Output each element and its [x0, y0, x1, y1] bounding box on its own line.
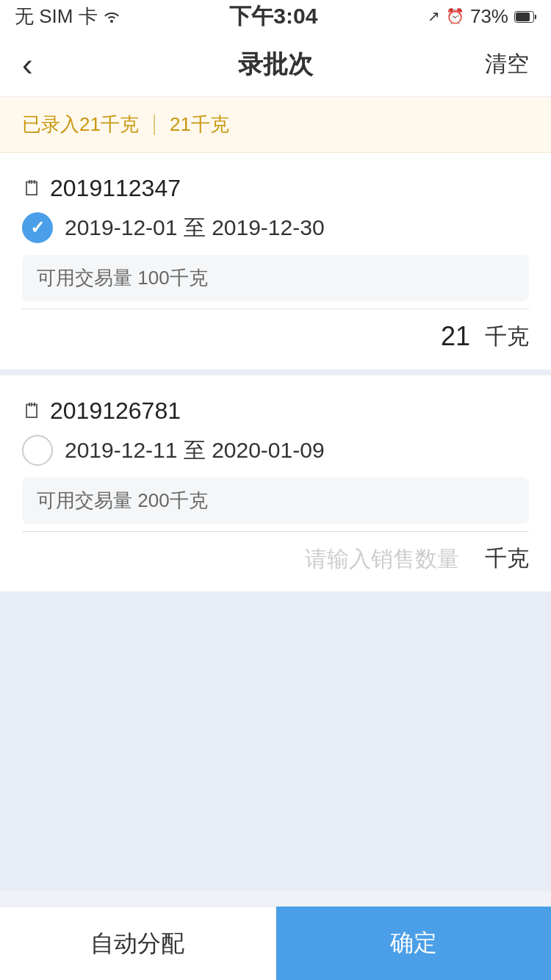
batch-1-quantity-display: 21 千克 [22, 321, 529, 352]
batch-2-input-wrapper: 千克 [0, 524, 551, 597]
batch-1-id: 2019112347 [50, 175, 181, 202]
svg-rect-1 [516, 12, 530, 21]
batch-1-available: 可用交易量 100千克 [22, 255, 529, 301]
empty-area [0, 597, 551, 891]
batch-2-date-row[interactable]: 2019-12-11 至 2020-01-09 [22, 435, 529, 466]
alarm-icon: ⏰ [446, 7, 464, 25]
page-title: 录批次 [238, 48, 313, 82]
confirm-button[interactable]: 确定 [276, 907, 552, 980]
info-banner: 已录入21千克 21千克 [0, 97, 551, 153]
batch-1-date: 2019-12-01 至 2019-12-30 [65, 213, 325, 243]
batch-2-input-display: 千克 [22, 544, 529, 574]
recorded-label: 已录入21千克 [22, 112, 139, 137]
batch-1-date-row[interactable]: 2019-12-01 至 2019-12-30 [22, 212, 529, 243]
quantity-line-1 [22, 309, 529, 309]
back-button[interactable]: ‹ [22, 46, 66, 83]
clear-button[interactable]: 清空 [485, 49, 529, 79]
battery-text: 73% [470, 5, 508, 28]
banner-divider [154, 115, 155, 135]
auto-distribute-button[interactable]: 自动分配 [0, 907, 276, 980]
no-sim-text: 无 SIM 卡 [15, 4, 98, 29]
batch-1-radio[interactable] [22, 212, 53, 243]
batch-1-header: 🗒 2019112347 [22, 175, 529, 202]
batch-2-quantity-input[interactable] [235, 547, 470, 572]
document-icon-1: 🗒 [22, 176, 43, 201]
batch-2-unit: 千克 [485, 544, 529, 574]
status-right: ↗ ⏰ 73% [428, 5, 536, 28]
batch-1-quantity-value: 21 [441, 321, 470, 352]
input-line-2 [22, 531, 529, 532]
status-time: 下午3:04 [229, 1, 317, 32]
batch-item-2: 🗒 2019126781 2019-12-11 至 2020-01-09 可用交… [0, 375, 551, 524]
status-bar: 无 SIM 卡 下午3:04 ↗ ⏰ 73% [0, 0, 551, 32]
bottom-bar: 自动分配 确定 [0, 907, 551, 980]
batch-item-1: 🗒 2019112347 2019-12-01 至 2019-12-30 可用交… [0, 153, 551, 301]
batch-1-quantity-unit: 千克 [485, 322, 529, 352]
batch-2-id: 2019126781 [50, 397, 181, 425]
location-icon: ↗ [428, 7, 440, 25]
batch-1-quantity-wrapper: 21 千克 [0, 301, 551, 375]
batch-2-date: 2019-12-11 至 2020-01-09 [65, 436, 325, 466]
status-left: 无 SIM 卡 [15, 4, 120, 29]
batch-2-header: 🗒 2019126781 [22, 397, 529, 425]
batch-2-available: 可用交易量 200千克 [22, 478, 529, 524]
recorded-amount: 21千克 [170, 112, 229, 137]
document-icon-2: 🗒 [22, 399, 43, 423]
batch-2-radio[interactable] [22, 435, 53, 466]
nav-bar: ‹ 录批次 清空 [0, 32, 551, 97]
battery-icon [514, 5, 536, 28]
wifi-icon [104, 5, 120, 28]
